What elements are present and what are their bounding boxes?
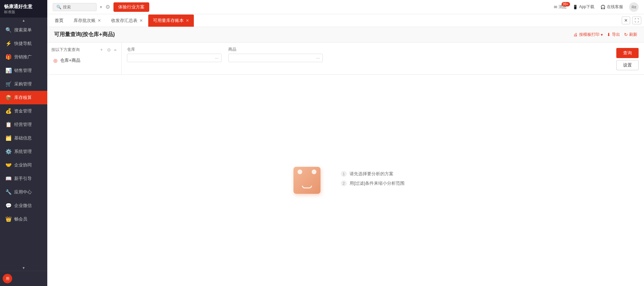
- scheme-item-label: 仓库+商品: [60, 57, 80, 63]
- app-name: 畅康通好生意: [4, 3, 43, 9]
- page-header: 可用量查询(按仓库+商品) 🖨 按模板打印 ▾ ⬇ 导出 ↻ 刷新: [47, 27, 644, 43]
- tab-home[interactable]: 首页: [50, 15, 68, 27]
- online-service-btn[interactable]: 🎧 在线客服: [600, 4, 623, 10]
- hint-num-2: 2: [341, 180, 347, 186]
- user-avatar-btn[interactable]: Rit: [629, 2, 639, 12]
- export-btn[interactable]: ⬇ 导出: [607, 32, 620, 37]
- print-btn[interactable]: 🖨 按模板打印 ▾: [573, 32, 603, 37]
- sidebar-scroll-down-btn[interactable]: ▼: [0, 265, 47, 271]
- empty-illustration: [287, 160, 327, 201]
- search-input[interactable]: [63, 5, 93, 9]
- query-action-buttons: 查询 设置: [616, 47, 639, 70]
- sidebar-scroll-up-btn[interactable]: ▲: [0, 18, 47, 23]
- sidebar-item-inventory[interactable]: 📦 库存核算: [0, 91, 47, 104]
- sidebar-item-basic-info[interactable]: 🗂️ 基础信息: [0, 131, 47, 145]
- app-version: 标准版: [4, 9, 43, 14]
- robot-mouth: [302, 186, 312, 188]
- empty-hint-2: 2 用[过滤]条件来缩小分析范围: [341, 180, 405, 186]
- sidebar-item-enterprise[interactable]: 🤝 企业协同: [0, 158, 47, 172]
- tabs-bar: 首页 库存批次账 ✕ 收发存汇总表 ✕ 可用量库存账本 ✕ ✕ ⛶: [47, 14, 644, 27]
- print-chevron-icon: ▾: [601, 32, 603, 37]
- tab-recv-inventory[interactable]: 收发存汇总表 ✕: [106, 15, 148, 27]
- sidebar-item-marketing[interactable]: 🎁 营销推广: [0, 50, 47, 64]
- warehouse-ellipsis-btn[interactable]: ···: [215, 55, 218, 60]
- sidebar-item-label: 销售管理: [14, 68, 32, 74]
- sidebar-item-label: 系统管理: [14, 149, 32, 155]
- inventory-icon: 📦: [5, 95, 11, 101]
- content-area: 可用量查询(按仓库+商品) 🖨 按模板打印 ▾ ⬇ 导出 ↻ 刷新: [47, 27, 644, 286]
- goods-field: 商品 ···: [228, 47, 323, 62]
- goods-ellipsis-btn[interactable]: ···: [316, 55, 320, 60]
- goods-input-wrap[interactable]: ···: [228, 54, 323, 62]
- sidebar-item-purchase[interactable]: 🛒 采购管理: [0, 77, 47, 91]
- sidebar-header: 畅康通好生意 标准版: [0, 0, 47, 18]
- warehouse-label: 仓库: [127, 47, 222, 52]
- gear-icon[interactable]: ⚙: [105, 4, 110, 10]
- empty-state: 1 请先选择要分析的方案 2 用[过滤]条件来缩小分析范围: [47, 75, 644, 286]
- close-tab-btn[interactable]: ✕: [622, 17, 630, 24]
- sidebar-item-quick-nav[interactable]: ⚡ 快捷导航: [0, 37, 47, 50]
- marketing-icon: 🎁: [5, 54, 11, 60]
- message-btn[interactable]: ✉ 消息 99+: [554, 4, 567, 10]
- goods-input[interactable]: [231, 55, 314, 60]
- query-schemes-header: 按以下方案查询 ＋ ⊙ «: [51, 46, 117, 53]
- scheme-item-warehouse-goods[interactable]: ◎ 仓库+商品: [51, 56, 117, 65]
- sidebar-item-sales[interactable]: 📊 销售管理: [0, 64, 47, 77]
- app-download-btn[interactable]: 📱 App下载: [573, 4, 594, 10]
- settings-btn[interactable]: 设置: [616, 60, 639, 70]
- system-icon: ⚙️: [5, 149, 11, 155]
- query-section: 按以下方案查询 ＋ ⊙ « ◎ 仓库+商品 仓库: [47, 43, 644, 75]
- tab-available-qty-label: 可用量库存账本: [153, 18, 184, 24]
- sidebar-item-operations[interactable]: 📋 经营管理: [0, 118, 47, 131]
- sidebar-item-finance[interactable]: 💰 资金管理: [0, 104, 47, 118]
- query-schemes-panel: 按以下方案查询 ＋ ⊙ « ◎ 仓库+商品: [47, 43, 122, 74]
- headset-icon: 🎧: [600, 5, 606, 9]
- sidebar-item-label: 快捷导航: [14, 41, 32, 47]
- chevron-down-icon[interactable]: ▾: [100, 5, 102, 9]
- sidebar-bottom: 用: [0, 271, 47, 286]
- tab-batch-account-close[interactable]: ✕: [98, 18, 101, 23]
- export-label: 导出: [612, 32, 620, 37]
- scheme-icon: ◎: [53, 58, 57, 63]
- user-avatar[interactable]: 用: [3, 274, 12, 283]
- tab-available-qty-close[interactable]: ✕: [186, 18, 189, 23]
- tab-batch-account[interactable]: 库存批次账 ✕: [69, 15, 106, 27]
- empty-hint-list: 1 请先选择要分析的方案 2 用[过滤]条件来缩小分析范围: [341, 171, 405, 190]
- tab-recv-inventory-close[interactable]: ✕: [139, 18, 143, 23]
- warehouse-input-wrap[interactable]: ···: [127, 54, 222, 62]
- sidebar-scroll: 🔍 搜索菜单 ⚡ 快捷导航 🎁 营销推广 📊 销售管理 🛒 采购管理 📦 库存核…: [0, 23, 47, 265]
- industry-btn[interactable]: 体验行业方案: [113, 2, 149, 12]
- refresh-btn[interactable]: ↻ 刷新: [624, 32, 637, 37]
- sidebar-item-label: 搜索菜单: [14, 27, 32, 33]
- sidebar-item-label: 经营管理: [14, 122, 32, 128]
- tab-recv-inventory-label: 收发存汇总表: [111, 18, 137, 24]
- sidebar-item-search[interactable]: 🔍 搜索菜单: [0, 23, 47, 37]
- sidebar-item-member[interactable]: 👑 畅会员: [0, 212, 47, 226]
- sidebar-item-wechat[interactable]: 💬 企业微信: [0, 199, 47, 212]
- tabs-right-buttons: ✕ ⛶: [622, 17, 641, 24]
- enterprise-icon: 🤝: [5, 162, 11, 168]
- message-icon: ✉: [554, 5, 557, 9]
- settings-scheme-btn[interactable]: ⊙: [106, 47, 111, 53]
- topbar-search-wrap[interactable]: 🔍: [53, 3, 97, 11]
- sidebar-item-app-center[interactable]: 🔧 应用中心: [0, 185, 47, 199]
- refresh-icon: ↻: [624, 32, 628, 37]
- add-scheme-btn[interactable]: ＋: [99, 46, 104, 53]
- topbar-right: ✉ 消息 99+ 📱 App下载 🎧 在线客服 Rit: [554, 2, 639, 12]
- purchase-icon: 🛒: [5, 81, 11, 87]
- maximize-tab-btn[interactable]: ⛶: [632, 17, 641, 24]
- query-fields-panel: 仓库 ··· 商品 ··· 查询 设置: [122, 43, 644, 74]
- sidebar-item-label: 基础信息: [14, 135, 32, 141]
- online-service-label: 在线客服: [607, 4, 623, 10]
- hint-num-1: 1: [341, 171, 347, 177]
- sidebar-item-label: 新手引导: [14, 176, 32, 182]
- tab-available-qty[interactable]: 可用量库存账本 ✕: [148, 15, 194, 27]
- sidebar-item-system[interactable]: ⚙️ 系统管理: [0, 145, 47, 158]
- sidebar-item-label: 企业协同: [14, 162, 32, 168]
- print-label: 按模板打印: [579, 32, 599, 37]
- onboarding-icon: 📖: [5, 176, 11, 182]
- query-btn[interactable]: 查询: [616, 48, 639, 58]
- warehouse-input[interactable]: [130, 55, 213, 60]
- sidebar-item-onboarding[interactable]: 📖 新手引导: [0, 172, 47, 185]
- collapse-scheme-btn[interactable]: «: [113, 47, 117, 53]
